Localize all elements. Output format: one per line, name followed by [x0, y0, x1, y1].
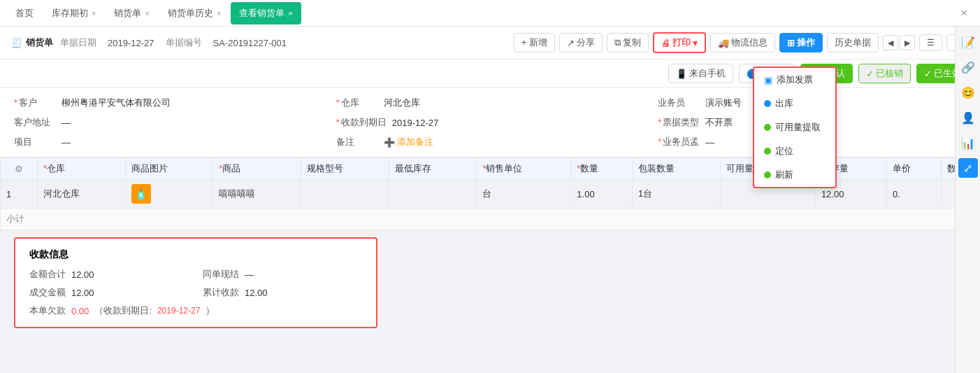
next-arrow[interactable]: ▶ — [900, 35, 915, 50]
owed-note: （收款到期日: — [94, 304, 152, 317]
close-tab-sales[interactable]: × — [145, 9, 149, 17]
cumulative-value: 12.00 — [245, 288, 268, 298]
prev-arrow[interactable]: ◀ — [883, 35, 898, 50]
col-price: 单价 — [886, 158, 941, 180]
add-icon: ➕ — [384, 137, 395, 148]
dropdown-locate[interactable]: 定位 — [754, 139, 835, 163]
col-settings: ⚙ — [1, 158, 38, 180]
cell-warehouse: 河北仓库 — [37, 180, 125, 209]
sidebar-icon-edit[interactable]: 📝 — [958, 32, 978, 52]
document-actions: + 新增 ↗ 分享 ⧉ 复制 🖨 打印 ▾ 🚚 物流信息 ⊞ 操作 — [514, 32, 969, 53]
sidebar-icon-expand[interactable]: ⤢ — [958, 158, 978, 178]
total-row: 金额合计 12.00 — [29, 268, 189, 281]
subtotal-row: 小计 — [1, 209, 980, 230]
transaction-label: 成交金额 — [29, 286, 66, 299]
close-tab-inventory[interactable]: × — [92, 9, 96, 17]
cancelled-check-icon: ✓ — [866, 69, 874, 79]
print-button[interactable]: 🖨 打印 ▾ — [653, 32, 706, 53]
refresh-icon — [764, 171, 771, 178]
document-title: 🧾 销货单 — [11, 36, 53, 49]
settlement-value: — — [245, 269, 254, 280]
print-icon: 🖨 — [661, 38, 670, 48]
from-phone-button[interactable]: 📱 来自手机 — [668, 64, 733, 83]
owed-end: ） — [206, 304, 215, 317]
bill-type-label: 票据类型 — [658, 116, 700, 129]
col-product-img: 商品图片 — [125, 158, 213, 180]
warehouse-row: 仓库 河北仓库 — [336, 97, 644, 109]
product-thumbnail: 🧴 — [131, 184, 151, 204]
note-label: 备注 — [336, 136, 378, 148]
window-close-button[interactable]: × — [956, 4, 973, 22]
owed-value: 0.00 — [71, 306, 89, 316]
project-label: 项目 — [14, 136, 56, 148]
history-button[interactable]: 历史单据 — [827, 33, 879, 52]
cumulative-row: 累计收款 12.00 — [203, 286, 362, 299]
cell-min-stock — [389, 180, 477, 209]
dropdown-refresh[interactable]: 刷新 — [754, 163, 835, 187]
share-button[interactable]: ↗ 分享 — [559, 33, 603, 52]
tab-sales-history[interactable]: 销货单历史 × — [159, 2, 229, 24]
transaction-value: 12.00 — [71, 288, 94, 298]
cell-product: 嘻嘻嘻嘻 — [213, 180, 301, 209]
address-row: 客户地址 — — [14, 116, 322, 129]
print-dropdown-icon: ▾ — [693, 38, 698, 48]
doc-icon: 🧾 — [11, 38, 22, 48]
subtotal-label: 小计 — [1, 209, 980, 230]
col-sales-unit: *销售单位 — [477, 158, 571, 180]
payment-info-title: 收款信息 — [29, 248, 362, 261]
col-min-stock: 最低库存 — [389, 158, 477, 180]
operations-button[interactable]: ⊞ 操作 — [779, 33, 823, 52]
transaction-row: 成交金额 12.00 — [29, 286, 189, 299]
payment-grid: 金额合计 12.00 同单现结 — 成交金额 12.00 累计收款 12.00 … — [29, 268, 362, 317]
sidebar-icon-chart[interactable]: 📊 — [958, 133, 978, 153]
sidebar-icon-link[interactable]: 🔗 — [958, 57, 978, 77]
cell-price: 0. — [886, 180, 941, 209]
col-pack-qty: 包装数量 — [632, 158, 720, 180]
warehouse-label: 仓库 — [336, 97, 378, 109]
sidebar-icon-emoji[interactable]: 😊 — [958, 83, 978, 102]
dropdown-available-extract[interactable]: 可用量提取 — [754, 115, 835, 139]
tab-inventory-init[interactable]: 库存期初 × — [43, 2, 104, 24]
cancelled-button[interactable]: ✓ 已核销 — [858, 64, 911, 83]
add-note-button[interactable]: ➕ 添加备注 — [384, 136, 433, 148]
tab-home[interactable]: 首页 — [7, 2, 42, 24]
close-tab-view[interactable]: × — [288, 9, 292, 17]
customer-value: 柳州粤港平安气体有限公司 — [62, 97, 322, 109]
cell-product-img: 🧴 — [125, 180, 213, 209]
payment-date-value: 2019-12-27 — [392, 118, 644, 128]
customer-row: 客户 柳州粤港平安气体有限公司 — [14, 97, 322, 109]
tab-sales-order[interactable]: 销货单 × — [106, 2, 157, 24]
close-tab-history[interactable]: × — [217, 9, 221, 17]
settlement-row: 同单现结 — — [203, 268, 362, 281]
col-quantity: *数量 — [571, 158, 633, 180]
nav-arrows: ◀ ▶ — [883, 35, 915, 50]
dropdown-add-invoice[interactable]: ▣ 添加发票 — [754, 68, 835, 92]
phone-icon: 📱 — [676, 69, 687, 79]
available-extract-icon — [764, 124, 771, 131]
invoice-icon: ▣ — [764, 75, 772, 85]
project-value: — — [62, 137, 322, 148]
dropdown-warehouse-out[interactable]: 出库 — [754, 92, 835, 115]
owed-date: 2019-12-27 — [157, 306, 200, 316]
cell-pack-qty: 1台 — [632, 180, 720, 209]
tab-bar: 首页 库存期初 × 销货单 × 销货单历史 × 查看销货单 × × — [0, 0, 980, 27]
owed-label: 本单欠款 — [29, 304, 66, 317]
add-button[interactable]: + 新增 — [514, 33, 555, 52]
right-sidebar: 📝 🔗 😊 👤 📊 ⤢ — [955, 27, 980, 335]
tab-bar-right: × — [956, 7, 973, 20]
logistics-button[interactable]: 🚚 物流信息 — [710, 33, 775, 52]
address-label: 客户地址 — [14, 116, 56, 129]
cumulative-label: 累计收款 — [203, 286, 239, 299]
staff-label: 业务员 — [658, 97, 700, 109]
effective-check-icon: ✓ — [924, 69, 932, 79]
cell-quantity: 1.00 — [571, 180, 633, 209]
copy-button[interactable]: ⧉ 复制 — [607, 33, 649, 52]
share-icon: ↗ — [567, 38, 575, 48]
cell-sales-unit: 台 — [477, 180, 571, 209]
col-product: *商品 — [213, 158, 301, 180]
view-toggle-list[interactable]: ☰ — [919, 34, 942, 51]
document-meta: 单据日期 2019-12-27 单据编号 SA-20191227-001 — [60, 36, 287, 49]
copy-icon: ⧉ — [614, 37, 621, 48]
sidebar-icon-user[interactable]: 👤 — [958, 108, 978, 127]
tab-view-sales[interactable]: 查看销货单 × — [231, 2, 301, 24]
